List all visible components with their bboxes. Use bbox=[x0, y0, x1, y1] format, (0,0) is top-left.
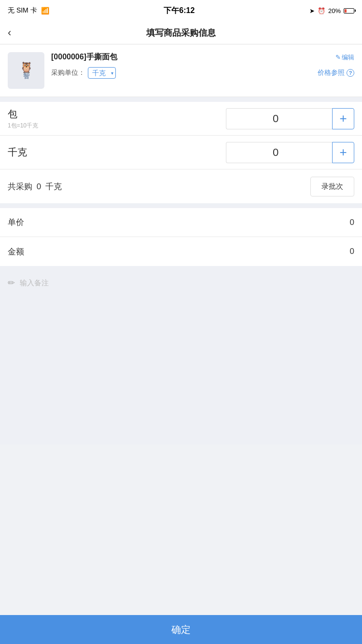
status-bar: 无 SIM 卡 📶 下午6:12 ➤ ⏰ 20% bbox=[0, 0, 362, 21]
empty-area bbox=[0, 300, 362, 445]
unit-select-wrapper[interactable]: 千克 包 bbox=[88, 67, 116, 79]
kg-plus-button[interactable]: + bbox=[332, 142, 354, 163]
summary-suffix: 千克 bbox=[45, 182, 62, 191]
kg-label-main: 千克 bbox=[8, 146, 27, 159]
unit-price-row: 单价 0 bbox=[0, 208, 362, 237]
bag-label-main: 包 bbox=[8, 108, 38, 121]
summary-text: 共采购 0 千克 bbox=[8, 181, 62, 192]
unit-label: 采购单位： bbox=[51, 69, 85, 77]
status-carrier: 无 SIM 卡 📶 bbox=[8, 6, 49, 15]
unit-row: 采购单位： 千克 包 价格参照 ? bbox=[51, 67, 354, 79]
product-name-row: [0000006]手撕面包 ✎ 编辑 bbox=[51, 52, 354, 62]
divider-1 bbox=[0, 97, 362, 102]
edit-label: 编辑 bbox=[342, 53, 354, 62]
summary-row: 共采购 0 千克 录批次 bbox=[0, 169, 362, 203]
summary-prefix: 共采购 bbox=[8, 182, 32, 191]
page-title: 填写商品采购信息 bbox=[146, 27, 216, 39]
location-icon: ➤ bbox=[309, 7, 315, 14]
bag-input[interactable] bbox=[226, 108, 332, 129]
bag-input-row: 包 1包=10千克 + bbox=[0, 102, 362, 136]
summary-value: 0 bbox=[37, 182, 41, 191]
edit-button[interactable]: ✎ 编辑 bbox=[335, 53, 354, 62]
kg-input-control: + bbox=[226, 142, 354, 163]
amount-value: 0 bbox=[350, 247, 354, 256]
product-logo: 🦉 智 bbox=[20, 62, 33, 79]
input-section: 包 1包=10千克 + 千克 + bbox=[0, 102, 362, 169]
edit-icon: ✎ bbox=[335, 54, 341, 61]
product-info: [0000006]手撕面包 ✎ 编辑 采购单位： 千克 包 价格参照 ? bbox=[51, 52, 354, 79]
record-batch-button[interactable]: 录批次 bbox=[310, 177, 354, 196]
alarm-icon: ⏰ bbox=[318, 7, 325, 14]
price-ref-label: 价格参照 bbox=[318, 69, 345, 77]
product-name: [0000006]手撕面包 bbox=[51, 52, 117, 62]
unit-price-value: 0 bbox=[350, 218, 354, 227]
unit-select[interactable]: 千克 包 bbox=[88, 67, 116, 79]
pencil-icon: ✏ bbox=[8, 278, 15, 288]
kg-input[interactable] bbox=[226, 142, 332, 163]
help-icon: ? bbox=[347, 69, 354, 77]
logo-line1: 🦉 bbox=[20, 62, 33, 73]
kg-label: 千克 bbox=[8, 146, 27, 159]
kg-input-row: 千克 + bbox=[0, 136, 362, 169]
unit-price-label: 单价 bbox=[8, 217, 24, 228]
bag-label: 包 1包=10千克 bbox=[8, 108, 38, 130]
battery-icon bbox=[344, 8, 354, 14]
nav-bar: ‹ 填写商品采购信息 bbox=[0, 21, 362, 44]
amount-label: 金额 bbox=[8, 246, 24, 257]
notes-section[interactable]: ✏ 输入备注 bbox=[0, 266, 362, 300]
bag-plus-button[interactable]: + bbox=[332, 108, 354, 129]
divider-2 bbox=[0, 203, 362, 208]
confirm-button[interactable]: 确定 bbox=[0, 615, 362, 644]
battery-percent: 20% bbox=[328, 7, 341, 14]
carrier-text: 无 SIM 卡 bbox=[8, 6, 37, 15]
notes-input[interactable]: 输入备注 bbox=[20, 279, 49, 288]
status-time: 下午6:12 bbox=[164, 6, 195, 16]
product-section: 🦉 智 [0000006]手撕面包 ✎ 编辑 采购单位： 千克 包 bbox=[0, 44, 362, 97]
status-right: ➤ ⏰ 20% bbox=[309, 7, 354, 14]
price-section: 单价 0 金额 0 bbox=[0, 208, 362, 266]
price-reference-button[interactable]: 价格参照 ? bbox=[318, 69, 354, 77]
logo-line2: 智 bbox=[23, 73, 29, 79]
wifi-icon: 📶 bbox=[41, 7, 49, 14]
amount-row: 金额 0 bbox=[0, 237, 362, 266]
bag-label-sub: 1包=10千克 bbox=[8, 122, 38, 130]
product-image: 🦉 智 bbox=[8, 52, 44, 89]
back-button[interactable]: ‹ bbox=[8, 27, 11, 39]
bag-input-control: + bbox=[226, 108, 354, 129]
